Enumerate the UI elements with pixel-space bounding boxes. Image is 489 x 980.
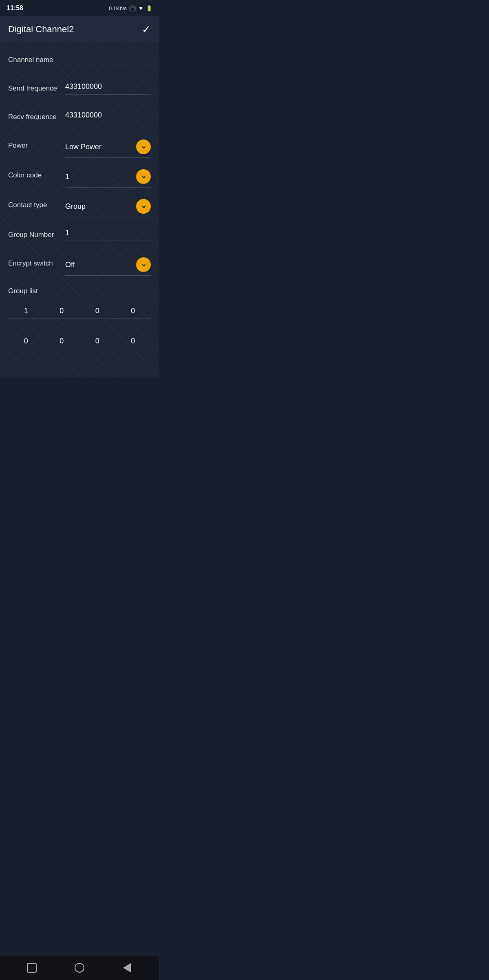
recv-frequence-input[interactable] xyxy=(65,111,151,119)
group-number-value-container xyxy=(65,229,151,241)
contact-type-row: Contact type Group xyxy=(8,192,151,221)
group-number-row: Group Number xyxy=(8,221,151,250)
power-value: Low Power xyxy=(65,143,136,151)
recv-frequence-value-container xyxy=(65,111,151,123)
send-frequence-row: Send frequence xyxy=(8,75,151,104)
status-bar: 11:58 0.1Kb/s 📳 ▼ 🔋 xyxy=(0,0,159,16)
encrypt-switch-value: Off xyxy=(65,261,136,269)
channel-name-value-container xyxy=(65,54,151,66)
encrypt-switch-label: Encrypt switch xyxy=(8,257,65,268)
contact-type-value: Group xyxy=(65,202,136,211)
group-cell-1-4[interactable]: 0 xyxy=(115,303,151,319)
color-code-value: 1 xyxy=(65,173,136,181)
power-value-container[interactable]: Low Power xyxy=(65,139,151,158)
wifi-icon: ▼ xyxy=(138,5,143,11)
send-frequence-label: Send frequence xyxy=(8,82,65,93)
group-list-row-2: 0 0 0 0 xyxy=(8,330,151,353)
group-cell-1-1[interactable]: 1 xyxy=(8,303,44,319)
color-code-label: Color code xyxy=(8,169,65,180)
confirm-button[interactable]: ✓ xyxy=(142,23,151,36)
group-list-section: Group list 1 0 0 0 0 0 0 0 xyxy=(8,280,151,353)
contact-type-dropdown-btn[interactable] xyxy=(136,199,151,214)
group-cell-2-4[interactable]: 0 xyxy=(115,334,151,349)
power-row: Power Low Power xyxy=(8,132,151,162)
channel-name-label: Channel name xyxy=(8,54,65,64)
channel-name-input[interactable] xyxy=(65,54,151,62)
color-code-value-container[interactable]: 1 xyxy=(65,169,151,188)
status-time: 11:58 xyxy=(7,4,23,12)
contact-type-value-container[interactable]: Group xyxy=(65,199,151,217)
vibrate-icon: 📳 xyxy=(129,5,136,11)
network-speed: 0.1Kb/s xyxy=(109,5,127,11)
send-frequence-input[interactable] xyxy=(65,82,151,91)
power-label: Power xyxy=(8,139,65,150)
page-title: Digital Channel2 xyxy=(8,24,74,35)
app-bar: Digital Channel2 ✓ xyxy=(0,16,159,42)
encrypt-switch-row: Encrypt switch Off xyxy=(8,250,151,280)
group-number-label: Group Number xyxy=(8,229,65,239)
group-cell-1-3[interactable]: 0 xyxy=(79,303,115,319)
status-icons: 0.1Kb/s 📳 ▼ 🔋 xyxy=(109,5,152,11)
encrypt-switch-value-container[interactable]: Off xyxy=(65,257,151,276)
group-number-input[interactable] xyxy=(65,229,151,237)
color-code-dropdown-btn[interactable] xyxy=(136,169,151,184)
battery-icon: 🔋 xyxy=(146,5,152,11)
recv-frequence-label: Recv frequence xyxy=(8,111,65,122)
group-list-row-1: 1 0 0 0 xyxy=(8,299,151,323)
contact-type-label: Contact type xyxy=(8,199,65,210)
power-dropdown-btn[interactable] xyxy=(136,139,151,154)
channel-name-row: Channel name xyxy=(8,46,151,75)
recv-frequence-row: Recv frequence xyxy=(8,104,151,132)
form-content: Channel name Send frequence Recv frequen… xyxy=(0,42,159,378)
color-code-row: Color code 1 xyxy=(8,162,151,192)
group-cell-1-2[interactable]: 0 xyxy=(44,303,80,319)
group-cell-2-1[interactable]: 0 xyxy=(8,334,44,349)
encrypt-switch-dropdown-btn[interactable] xyxy=(136,257,151,272)
group-list-label: Group list xyxy=(8,280,151,299)
group-cell-2-2[interactable]: 0 xyxy=(44,334,80,349)
group-cell-2-3[interactable]: 0 xyxy=(79,334,115,349)
send-frequence-value-container xyxy=(65,82,151,95)
